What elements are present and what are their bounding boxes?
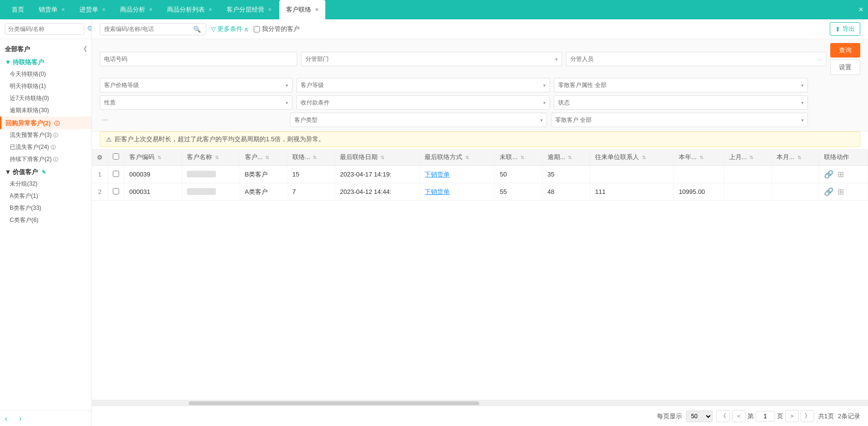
horizontal-scrollbar[interactable]: [92, 400, 868, 406]
chevron-down-icon[interactable]: ▾: [543, 83, 546, 88]
sidebar-item-declining[interactable]: 持续下滑客户(2) ⓘ: [0, 153, 91, 165]
chevron-down-icon[interactable]: ▾: [286, 100, 288, 105]
row-checkbox-cell: [108, 166, 124, 183]
contact-count: 15: [287, 166, 335, 183]
nav-tab-sales[interactable]: 销货单 ×: [32, 0, 72, 19]
th-type[interactable]: 客户... ⇅: [240, 149, 287, 166]
nav-tab-home[interactable]: 首页: [5, 5, 31, 14]
sidebar-item-c-class[interactable]: C类客户(6): [0, 214, 91, 226]
per-page-select[interactable]: 50 100 200: [686, 411, 713, 422]
more-icon[interactable]: ···: [100, 116, 110, 124]
prev-page-button[interactable]: ＜: [732, 410, 746, 422]
chevron-down-icon[interactable]: ▾: [801, 83, 804, 88]
customer-name-blurred: [187, 188, 216, 195]
grid-action-icon[interactable]: ⊞: [838, 187, 844, 196]
th-last-method[interactable]: 最后联络方式 ⇅: [420, 149, 495, 166]
nav-tab-purchase[interactable]: 进货单 ×: [73, 0, 112, 19]
table-row: 1 000039 B类客户 15 2023-04-17 14:19:: [92, 166, 868, 183]
row-checkbox[interactable]: [113, 188, 119, 194]
th-contact-person[interactable]: 往来单位联系人 ⇅: [590, 149, 674, 166]
page-input[interactable]: [756, 411, 775, 422]
sidebar-item-b-class[interactable]: B类客户(33): [0, 202, 91, 214]
link-action-icon[interactable]: 🔗: [824, 187, 834, 196]
setting-button[interactable]: 设置: [830, 59, 860, 75]
total-records: 2条记录: [838, 412, 860, 421]
adv-row-4: ··· 客户类型 ▾ 零散客户 全部 ▾: [100, 113, 860, 127]
more-conditions-button[interactable]: ▽ 更多条件 ∧: [211, 25, 249, 33]
phone-input[interactable]: [129, 56, 293, 62]
th-code[interactable]: 客户编码 ⇅: [124, 149, 182, 166]
export-button[interactable]: ⬆ 导出: [830, 22, 860, 36]
th-name[interactable]: 客户名称 ⇅: [182, 149, 240, 166]
chevron-down-icon[interactable]: ▾: [543, 100, 546, 105]
chevron-down-icon[interactable]: ▾: [286, 83, 288, 88]
sidebar-item-lost-warning[interactable]: 流失预警客户(3) ⓘ: [0, 129, 91, 141]
row-checkbox[interactable]: [113, 171, 119, 177]
first-page-button[interactable]: 《: [716, 410, 730, 422]
close-icon[interactable]: ×: [209, 6, 212, 13]
last-month: [724, 183, 771, 201]
last-contact-method[interactable]: 下销货单: [420, 166, 495, 183]
last-page-button[interactable]: 》: [801, 410, 814, 422]
content-area: 🔍 ▽ 更多条件 ∧ 我分管的客户 ⬆ 导出 电话号码: [92, 19, 868, 426]
sidebar-search-icon[interactable]: 🔍: [87, 26, 92, 33]
nav-tab-customer-contact[interactable]: 客户联络 ×: [279, 0, 325, 19]
select-all-checkbox[interactable]: [113, 153, 119, 160]
this-month: [772, 183, 819, 201]
close-icon[interactable]: ×: [149, 6, 152, 13]
th-last-date[interactable]: 最后联络日期 ⇅: [335, 149, 420, 166]
th-overdue[interactable]: 逾期... ⇅: [542, 149, 590, 166]
manager-field: 分管人员 ···: [566, 52, 826, 66]
sidebar-item-tomorrow[interactable]: 明天待联络(1): [0, 80, 91, 92]
sidebar-item-a-class[interactable]: A类客户(1): [0, 190, 91, 202]
per-page-label: 每页显示: [657, 412, 682, 421]
chevron-down-icon[interactable]: ▾: [555, 57, 558, 62]
sidebar-right-btn[interactable]: ›: [17, 413, 23, 424]
th-settings[interactable]: ⚙: [92, 149, 108, 166]
nav-tab-customer-segment[interactable]: 客户分层经营 ×: [220, 0, 278, 19]
sidebar-collapse-icon[interactable]: 《: [80, 45, 87, 54]
sidebar-item-lost[interactable]: 已流失客户(24) ⓘ: [0, 141, 91, 153]
nav-tab-analysis[interactable]: 商品分析 ×: [113, 0, 159, 19]
sidebar-item-ungroup[interactable]: 未分组(32): [0, 178, 91, 190]
th-contact-count[interactable]: 联络... ⇅: [287, 149, 335, 166]
last-contact-method[interactable]: 下销货单: [420, 183, 495, 201]
sidebar-item-7days[interactable]: 近7天待联络(0): [0, 92, 91, 104]
sidebar-item-today[interactable]: 今天待联络(0): [0, 68, 91, 80]
th-this-month[interactable]: 本月... ⇅: [772, 149, 819, 166]
search-icon[interactable]: 🔍: [193, 26, 201, 33]
grid-action-icon[interactable]: ⊞: [838, 170, 844, 179]
sidebar-bottom-nav: ‹ ›: [0, 411, 91, 426]
close-all-button[interactable]: ×: [859, 5, 863, 14]
scrollbar-thumb[interactable]: [189, 401, 479, 405]
sidebar-group-repurchase-label[interactable]: 回购异常客户(2) ⓘ: [0, 117, 91, 129]
dots-icon[interactable]: ···: [817, 56, 822, 63]
customer-code: 000039: [124, 166, 182, 183]
customer-type-field: 客户类型 ▾: [290, 113, 547, 127]
query-button[interactable]: 查询: [830, 43, 860, 58]
next-page-button[interactable]: ＞: [785, 410, 799, 422]
th-last-month[interactable]: 上月... ⇅: [724, 149, 771, 166]
th-this-year[interactable]: 本年... ⇅: [674, 149, 724, 166]
close-icon[interactable]: ×: [102, 6, 106, 13]
chevron-down-icon[interactable]: ▾: [801, 118, 804, 123]
sidebar-item-overdue[interactable]: 逾期未联络(30): [0, 104, 91, 117]
close-icon[interactable]: ×: [315, 6, 319, 13]
sidebar-left-btn[interactable]: ‹: [3, 413, 9, 424]
search-input[interactable]: [104, 26, 191, 32]
close-icon[interactable]: ×: [61, 6, 65, 13]
nav-tab-analysis-list[interactable]: 商品分析列表 ×: [160, 0, 219, 19]
sidebar-group-value-label[interactable]: ▼ 价值客户 ✎: [0, 165, 91, 178]
th-uncontacted[interactable]: 未联... ⇅: [495, 149, 542, 166]
close-icon[interactable]: ×: [268, 6, 272, 13]
edit-icon[interactable]: ✎: [42, 169, 46, 176]
chevron-down-icon[interactable]: ▾: [801, 100, 804, 105]
link-action-icon[interactable]: 🔗: [824, 170, 834, 179]
sidebar-search-input[interactable]: [5, 23, 84, 35]
uncontacted: 50: [495, 166, 542, 183]
info-icon: ⓘ: [54, 120, 60, 127]
chevron-down-icon[interactable]: ▾: [540, 118, 543, 123]
sidebar-group-pending-label[interactable]: ▼ 待联络客户: [0, 56, 91, 68]
filter-bar: 🔍 ▽ 更多条件 ∧ 我分管的客户 ⬆ 导出: [92, 19, 868, 39]
my-customers-checkbox[interactable]: [254, 26, 260, 32]
